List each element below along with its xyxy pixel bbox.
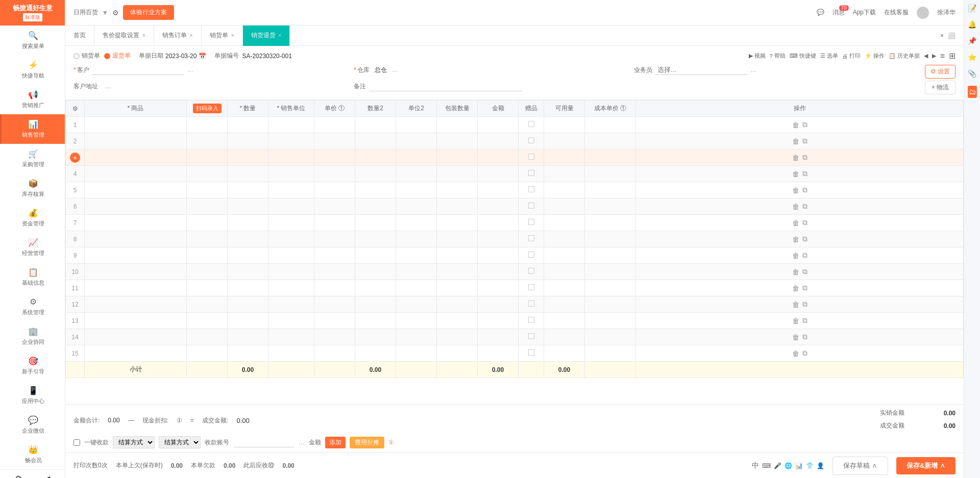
tab-home[interactable]: 首页 xyxy=(65,26,94,46)
copy-icon-11[interactable]: ⧉ xyxy=(802,284,807,292)
online-service-link[interactable]: 在线客服 xyxy=(884,8,909,17)
sidebar-item-basic[interactable]: 📋 基础信息 xyxy=(0,262,65,292)
prev-btn[interactable]: ◀ xyxy=(924,53,928,59)
scan-button[interactable]: 扫码录入 xyxy=(193,104,222,113)
tab-sales-return-close[interactable]: × xyxy=(279,33,282,38)
right-panel-icon-3[interactable]: 📌 xyxy=(968,37,976,45)
sidebar-item-member[interactable]: 👑 畅会员 xyxy=(0,440,65,469)
copy-icon-12[interactable]: ⧉ xyxy=(802,300,807,309)
copy-icon-1[interactable]: ⧉ xyxy=(802,120,807,129)
sidebar-item-search[interactable]: 🔍 搜索菜单 xyxy=(0,26,65,55)
delete-icon-14[interactable]: 🗑 xyxy=(792,333,799,341)
grid-view-btn[interactable]: ⊞ xyxy=(949,51,955,61)
gift-checkbox-7[interactable] xyxy=(528,219,534,225)
right-panel-icon-active[interactable]: 🗂 xyxy=(968,86,977,98)
salesperson-ellipsis[interactable]: … xyxy=(750,66,756,73)
delete-icon-11[interactable]: 🗑 xyxy=(792,284,799,292)
gift-checkbox-2[interactable] xyxy=(528,137,534,143)
sidebar-item-inventory[interactable]: 📦 库存核算 xyxy=(0,173,65,203)
settlement-method-select[interactable]: 结算方式 xyxy=(113,436,155,448)
right-panel-icon-5[interactable]: 📎 xyxy=(968,69,976,78)
calculation-method-select[interactable]: 结算方式 xyxy=(159,436,201,448)
gift-checkbox-6[interactable] xyxy=(528,203,534,209)
delete-icon-1[interactable]: 🗑 xyxy=(792,121,799,129)
right-panel-icon-1[interactable]: 📝 xyxy=(968,4,976,12)
video-btn[interactable]: ▶ 视频 xyxy=(749,52,766,60)
product-cell-2[interactable] xyxy=(85,133,187,149)
gift-checkbox-11[interactable] xyxy=(528,284,534,290)
settings-icon[interactable]: ⚙ xyxy=(15,474,22,478)
delete-icon-2[interactable]: 🗑 xyxy=(792,137,799,145)
sidebar-item-guide[interactable]: 🎯 新手引导 xyxy=(0,351,65,381)
sidebar-item-apps[interactable]: 📱 应用中心 xyxy=(0,381,65,410)
user-avatar[interactable] xyxy=(917,7,929,19)
gift-checkbox-5[interactable] xyxy=(528,186,534,192)
copy-icon-4[interactable]: ⧉ xyxy=(802,169,807,178)
gift-checkbox-13[interactable] xyxy=(528,317,534,323)
gift-checkbox-10[interactable] xyxy=(528,268,534,274)
logistics-btn[interactable]: + 物流 xyxy=(925,81,955,94)
copy-icon-5[interactable]: ⧉ xyxy=(802,186,807,194)
tab-sales-invoice-close[interactable]: × xyxy=(231,33,234,38)
gift-checkbox-12[interactable] xyxy=(528,300,534,307)
tab-sales-return[interactable]: 销货退货 × xyxy=(243,26,290,46)
print-btn[interactable]: 🖨 打印 xyxy=(842,52,861,60)
single-debt-label[interactable]: 本单欠款 xyxy=(191,461,215,470)
delete-icon-15[interactable]: 🗑 xyxy=(792,349,799,358)
help-icon[interactable]: ① xyxy=(388,439,394,446)
delete-icon-5[interactable]: 🗑 xyxy=(792,186,799,194)
copy-icon-10[interactable]: ⧉ xyxy=(802,267,807,276)
copy-icon-13[interactable]: ⧉ xyxy=(802,316,807,325)
account-ellipsis[interactable]: … xyxy=(299,439,305,446)
col-scan[interactable]: 扫码录入 xyxy=(187,100,228,117)
operate-btn[interactable]: ⚡ 操作 xyxy=(865,52,885,60)
save-draft-button[interactable]: 保存草稿 ∧ xyxy=(832,457,888,475)
list-view-btn[interactable]: ≡ xyxy=(940,52,945,61)
sidebar-item-wechat[interactable]: 💬 企业微信 xyxy=(0,410,65,440)
date-value[interactable]: 2023-03-20 xyxy=(165,53,197,60)
salesperson-input[interactable] xyxy=(655,65,747,75)
close-all-icon[interactable]: × xyxy=(940,32,944,39)
sidebar-item-finance[interactable]: 💰 资金管理 xyxy=(0,203,65,233)
settings-btn[interactable]: ⚙ 设置 xyxy=(925,65,955,79)
delete-icon-12[interactable]: 🗑 xyxy=(792,300,799,309)
copy-icon-3[interactable]: ⧉ xyxy=(802,153,807,162)
app-download-link[interactable]: App下载 xyxy=(853,8,876,17)
copy-icon-8[interactable]: ⧉ xyxy=(802,235,807,243)
customer-input[interactable] xyxy=(92,65,184,75)
delete-icon-3[interactable]: 🗑 xyxy=(792,154,799,162)
delete-icon-13[interactable]: 🗑 xyxy=(792,317,799,325)
gift-checkbox-3[interactable] xyxy=(528,154,534,160)
fee-split-button[interactable]: 费用分摊 xyxy=(350,437,384,448)
qty-input-1[interactable] xyxy=(232,121,264,129)
warehouse-ellipsis[interactable]: … xyxy=(392,66,398,73)
add-row-cell[interactable]: + xyxy=(66,149,85,166)
product-cell-1[interactable] xyxy=(85,117,187,133)
note-input[interactable] xyxy=(369,81,522,91)
next-btn[interactable]: ▶ xyxy=(932,53,936,59)
gift-checkbox-1[interactable] xyxy=(528,121,534,127)
tab-sales-invoice[interactable]: 销货单 × xyxy=(202,26,243,46)
right-panel-icon-4[interactable]: ⭐ xyxy=(968,53,976,61)
product-input-1[interactable] xyxy=(89,121,182,129)
gift-checkbox-14[interactable] xyxy=(528,333,534,339)
copy-icon-7[interactable]: ⧉ xyxy=(802,218,807,227)
gift-checkbox-9[interactable] xyxy=(528,251,534,258)
tab-price-settings[interactable]: 售价提取设置 × xyxy=(94,26,154,46)
copy-icon-15[interactable]: ⧉ xyxy=(802,349,807,358)
sidebar-item-system[interactable]: ⚙ 系统管理 xyxy=(0,292,65,321)
radio-return[interactable]: 退货单 xyxy=(104,52,131,60)
delete-icon-8[interactable]: 🗑 xyxy=(792,235,799,243)
radio-sales-invoice[interactable]: 销货单 xyxy=(74,52,100,60)
formula-icon[interactable]: ① xyxy=(177,417,182,424)
delete-icon-10[interactable]: 🗑 xyxy=(792,268,799,276)
delete-icon-6[interactable]: 🗑 xyxy=(792,203,799,211)
right-panel-icon-2[interactable]: 🔔 xyxy=(968,20,976,29)
customer-ellipsis[interactable]: … xyxy=(187,66,193,73)
history-btn[interactable]: 📋 历史单据 xyxy=(889,52,920,60)
tab-sales-order-close[interactable]: × xyxy=(190,33,193,38)
add-button[interactable]: 添加 xyxy=(325,437,346,448)
sidebar-item-quick-nav[interactable]: ⚡ 快捷导航 xyxy=(0,55,65,85)
col-settings[interactable]: ⚙ xyxy=(66,100,85,117)
account-input[interactable] xyxy=(233,437,295,447)
